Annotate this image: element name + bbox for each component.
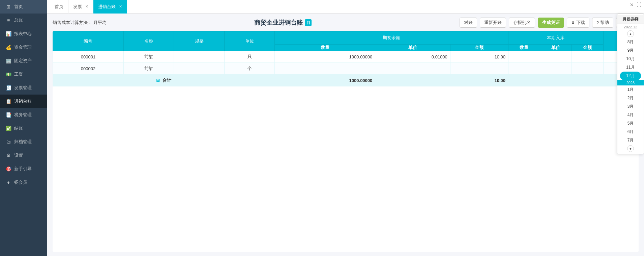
cell-opening-price [375,63,450,75]
sidebar-item-invoice-mgmt[interactable]: 🧾 发票管理 [0,81,47,95]
sidebar-item-label: 归档管理 [14,139,32,145]
month-2[interactable]: 2月 [617,94,644,102]
cell-spec [174,51,224,63]
tab-bar: 首页 发票 ✕ 进销台账 ✕ ✕ ⛶ [47,0,644,14]
cell-name: 前缸 [123,51,174,63]
sidebar-item-label: 资金管理 [14,44,32,50]
closing-icon: ✅ [5,126,11,131]
sidebar-item-label: 首页 [14,4,23,10]
sidebar-item-settings[interactable]: ⚙ 设置 [0,149,47,162]
sidebar-item-reports[interactable]: 📊 报表中心 [0,27,47,41]
sidebar-item-guide[interactable]: 🎯 新手引导 [0,162,47,176]
col-name: 名称 [123,31,174,51]
month-7[interactable]: 7月 [617,136,644,145]
total-in-qty [508,75,540,86]
month-nav-down: ▼ [617,145,644,153]
payroll-icon: 💵 [5,72,11,77]
cell-opening-price: 0.01000 [375,51,450,63]
cell-opening-amount: 10.00 [450,51,508,63]
sidebar-item-label: 总账 [14,17,23,23]
year-2022-label: 2022.12 [617,24,644,30]
month-6[interactable]: 6月 [617,128,644,136]
tab-invoice-label: 发票 [73,4,82,10]
col-spec: 规格 [174,31,224,51]
save-alias-button[interactable]: 存报别名 [509,18,535,28]
sidebar-item-label: 发票管理 [14,85,32,91]
tab-invoice-close[interactable]: ✕ [85,4,88,9]
month-1[interactable]: 1月 [617,85,644,94]
sidebar-item-fixed-assets[interactable]: 🏢 固定资产 [0,54,47,68]
close-button[interactable]: ✕ [630,2,634,7]
month-panel: 月份选择 2022.12 ▲ 8月 9月 10月 11月 12月 2023 1月… [617,14,644,154]
month-nav-up-btn[interactable]: ▲ [627,30,634,37]
month-nav-up: ▲ [617,30,644,38]
month-12[interactable]: 12月 [620,72,641,80]
total-icon: ⊞ [156,78,160,83]
sales-ledger-icon: 📋 [5,99,11,104]
download-icon: ⬇ [571,20,575,25]
cell-unit: 个 [224,63,274,75]
col-opening-balance: 期初余额 [275,31,508,45]
page-title-text: 商贸企业进销台账 [254,19,303,27]
table-row: 000001 前缸 只 1000.00000 0.01000 10.00 [53,51,639,63]
month-5[interactable]: 5月 [617,119,644,128]
invoice-icon: 🧾 [5,85,11,91]
tab-home[interactable]: 首页 [50,0,68,14]
sidebar: ⊞ 首页 ≡ 总账 📊 报表中心 💰 资金管理 🏢 固定资产 💵 工资 🧾 发票… [0,0,47,256]
month-10[interactable]: 10月 [617,55,644,63]
col-opening-qty: 数量 [275,45,375,51]
generate-voucher-button[interactable]: 生成凭证 [538,18,564,28]
sidebar-item-label: 进销台账 [14,98,32,104]
col-opening-price: 单价 [375,45,450,51]
cell-opening-amount [450,63,508,75]
sidebar-item-label: 税务管理 [14,112,32,118]
total-opening-price [375,75,450,86]
help-button[interactable]: ? 帮助 [592,18,613,28]
maximize-button[interactable]: ⛶ [637,2,641,7]
sidebar-item-general-ledger[interactable]: ≡ 总账 [0,14,47,27]
reconcile-button[interactable]: 对账 [460,18,477,28]
tab-sales-ledger-close[interactable]: ✕ [119,4,122,9]
sidebar-item-tax-mgmt[interactable]: 📑 税务管理 [0,108,47,122]
tab-home-label: 首页 [55,4,63,10]
sidebar-item-label: 结账 [14,125,23,131]
archive-icon: 🗂 [5,139,11,145]
tax-icon: 📑 [5,112,11,118]
info-bar: 销售成本计算方法： 月平均 商贸企业进销台账 目 对账 重新开账 存报别名 生成… [53,18,639,28]
content-area: 销售成本计算方法： 月平均 商贸企业进销台账 目 对账 重新开账 存报别名 生成… [47,14,644,256]
funds-icon: 💰 [5,45,11,50]
sidebar-item-closing[interactable]: ✅ 结账 [0,122,47,135]
month-9[interactable]: 9月 [617,46,644,55]
cell-name: 前缸 [123,63,174,75]
settings-icon: ⚙ [5,153,11,158]
month-11[interactable]: 11月 [617,63,644,72]
sidebar-item-label: 设置 [14,152,23,158]
sidebar-item-sales-ledger[interactable]: 📋 进销台账 [0,95,47,108]
tab-invoice[interactable]: 发票 ✕ [68,0,93,14]
sidebar-item-vip[interactable]: ♦ 畅会员 [0,176,47,189]
reports-icon: 📊 [5,31,11,36]
month-3[interactable]: 3月 [617,102,644,111]
reopen-button[interactable]: 重新开账 [480,18,506,28]
month-4[interactable]: 4月 [617,111,644,119]
assets-icon: 🏢 [5,58,11,63]
month-nav-down-btn[interactable]: ▼ [627,145,634,152]
tab-sales-ledger[interactable]: 进销台账 ✕ [93,0,127,14]
sidebar-item-label: 报表中心 [14,31,32,37]
help-icon: ? [596,20,599,25]
sidebar-item-home[interactable]: ⊞ 首页 [0,0,47,14]
total-label: ⊞ 合计 [53,75,275,86]
sidebar-item-archive[interactable]: 🗂 归档管理 [0,135,47,149]
guide-icon: 🎯 [5,166,11,172]
help-label: 帮助 [600,20,609,26]
sidebar-item-funds[interactable]: 💰 资金管理 [0,41,47,54]
sidebar-item-label: 固定资产 [14,58,32,64]
cell-code: 000001 [53,51,124,63]
main-area: 首页 发票 ✕ 进销台账 ✕ ✕ ⛶ 销售成本计算方法： 月平均 商贸企业进销台… [47,0,644,256]
sidebar-item-label: 畅会员 [14,179,27,185]
download-button[interactable]: ⬇ 下载 [567,18,589,28]
page-title-icon: 目 [305,19,312,26]
col-current-in: 本期入库 [508,31,604,45]
month-8[interactable]: 8月 [617,38,644,46]
sidebar-item-payroll[interactable]: 💵 工资 [0,68,47,81]
